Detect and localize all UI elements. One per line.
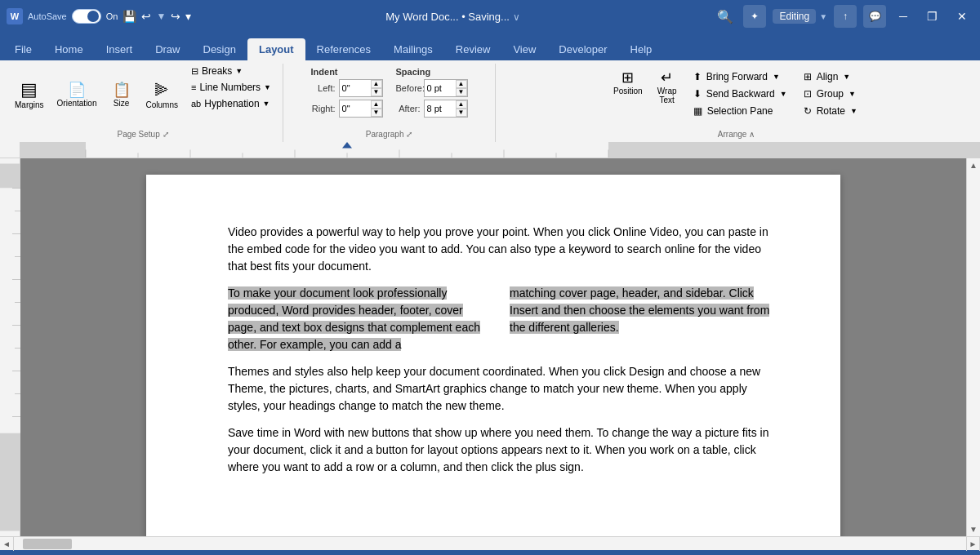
scroll-up-button[interactable]: ▲ — [967, 158, 981, 172]
status-bar: Page 1 of 1 46 of 478 words 292 of 2592 … — [0, 550, 980, 555]
redo-button[interactable]: ↪ — [171, 10, 180, 23]
hyphenation-button[interactable]: ab Hyphenation ▼ — [186, 96, 276, 111]
spacing-before-spinner: ▲ ▼ — [456, 80, 467, 96]
share-button[interactable]: ↑ — [834, 5, 857, 28]
arrange-small-buttons: ⬆ Bring Forward ▼ ⬇ Send Backward ▼ ▦ Se… — [687, 67, 794, 119]
indent-left-down[interactable]: ▼ — [371, 88, 382, 96]
highlight-col-right: matching cover page, header, and sidebar… — [510, 285, 775, 353]
title-dropdown[interactable]: ∨ — [513, 11, 520, 23]
rotate-button[interactable]: ↻ Rotate ▼ — [797, 103, 864, 119]
document-area[interactable]: Video provides a powerful way to help yo… — [20, 158, 966, 536]
tab-mailings[interactable]: Mailings — [382, 38, 444, 60]
tab-developer[interactable]: Developer — [547, 38, 618, 60]
selection-pane-button[interactable]: ▦ Selection Pane — [687, 103, 794, 119]
position-button[interactable]: ⊞ Position — [608, 67, 648, 99]
arrange-small-buttons-2: ⊞ Align ▼ ⊡ Group ▼ ↻ Rotate ▼ — [797, 67, 864, 119]
editing-arrow: ▼ — [819, 12, 827, 21]
rotate-icon: ↻ — [804, 105, 812, 117]
undo-arrow: ▼ — [156, 11, 166, 22]
page-setup-small: ⊟ Breaks ▼ ≡ Line Numbers ▼ ab Hyphenati… — [186, 64, 276, 126]
tab-home[interactable]: Home — [43, 38, 95, 60]
svg-rect-16 — [0, 433, 20, 531]
spacing-before-down[interactable]: ▼ — [456, 88, 467, 96]
wrap-text-button[interactable]: ↵ WrapText — [651, 67, 684, 108]
bring-forward-button[interactable]: ⬆ Bring Forward ▼ — [687, 69, 794, 85]
undo-button[interactable]: ↩ — [141, 10, 151, 23]
tab-draw[interactable]: Draw — [144, 38, 191, 60]
svg-rect-17 — [0, 189, 20, 433]
spacing-group: Spacing Before: ▲ ▼ After: — [396, 67, 468, 118]
indent-right-input-wrap: ▲ ▼ — [339, 100, 383, 118]
send-backward-button[interactable]: ⬇ Send Backward ▼ — [687, 86, 794, 102]
orientation-label: Orientation — [57, 99, 97, 108]
arrange-collapse[interactable]: ∧ — [749, 130, 755, 139]
customize-qat[interactable]: ▾ — [185, 10, 191, 23]
minimize-button[interactable]: ─ — [893, 8, 914, 24]
page-setup-expand[interactable]: ⤢ — [163, 130, 169, 139]
spacing-before-input[interactable] — [425, 80, 456, 96]
breaks-button[interactable]: ⊟ Breaks ▼ — [186, 64, 276, 78]
ruler-container — [0, 142, 980, 158]
tab-help[interactable]: Help — [619, 38, 664, 60]
spacing-after-input[interactable] — [425, 100, 456, 117]
paragraph-2: Themes and styles also help keep your do… — [228, 363, 775, 415]
group-button[interactable]: ⊡ Group ▼ — [797, 86, 864, 102]
search-button[interactable]: 🔍 — [717, 9, 733, 24]
close-button[interactable]: ✕ — [951, 8, 973, 24]
indent-left-up[interactable]: ▲ — [371, 80, 382, 88]
margins-button[interactable]: ▤ Margins — [10, 78, 49, 113]
indent-group: Indent Left: ▲ ▼ Right: — [311, 67, 383, 118]
selection-pane-icon: ▦ — [693, 105, 702, 117]
tab-file[interactable]: File — [3, 38, 43, 60]
spacing-after-down[interactable]: ▼ — [456, 109, 467, 117]
comments-button[interactable]: 💬 — [863, 5, 886, 28]
line-numbers-button[interactable]: ≡ Line Numbers ▼ — [186, 80, 276, 95]
indent-right-up[interactable]: ▲ — [371, 100, 382, 109]
margins-icon: ▤ — [20, 81, 38, 99]
document-title: My Word Doc... • Saving... ∨ — [198, 11, 707, 23]
tab-view[interactable]: View — [501, 38, 547, 60]
wrap-text-icon: ↵ — [661, 70, 673, 85]
indent-left-input[interactable] — [340, 80, 371, 96]
tab-layout[interactable]: Layout — [247, 38, 305, 60]
size-button[interactable]: 📋 Size — [105, 79, 138, 111]
scroll-down-button[interactable]: ▼ — [967, 522, 981, 536]
bring-forward-label: Bring Forward — [706, 71, 768, 82]
copilot-button[interactable]: ✦ — [743, 5, 766, 28]
align-arrow: ▼ — [843, 73, 850, 81]
editing-button[interactable]: Editing ▼ — [773, 9, 827, 24]
indent-right-down[interactable]: ▼ — [371, 109, 382, 117]
indent-right-input[interactable] — [340, 100, 371, 117]
spacing-before-up[interactable]: ▲ — [456, 80, 467, 88]
spacing-after-input-wrap: ▲ ▼ — [424, 100, 468, 118]
tab-review[interactable]: Review — [444, 38, 502, 60]
bring-forward-icon: ⬆ — [693, 71, 702, 82]
spacing-after-up[interactable]: ▲ — [456, 100, 467, 109]
align-button[interactable]: ⊞ Align ▼ — [797, 69, 864, 85]
rotate-label: Rotate — [817, 105, 845, 117]
line-numbers-label: Line Numbers — [199, 82, 261, 93]
tab-design[interactable]: Design — [192, 38, 247, 60]
horizontal-scrollbar: ◄ ► — [0, 536, 980, 550]
autosave-toggle[interactable] — [72, 9, 101, 24]
restore-button[interactable]: ❐ — [920, 8, 944, 24]
columns-button[interactable]: ⫸ Columns — [141, 78, 183, 113]
ribbon-group-paragraph: Indent Left: ▲ ▼ Right: — [283, 64, 496, 142]
tab-insert[interactable]: Insert — [95, 38, 145, 60]
editing-label: Editing — [773, 9, 816, 24]
paragraph-expand[interactable]: ⤢ — [406, 130, 412, 139]
tab-references[interactable]: References — [305, 38, 382, 60]
scroll-right-button[interactable]: ► — [966, 537, 980, 551]
highlight-col-left: To make your document look professionall… — [228, 285, 493, 353]
rotate-arrow: ▼ — [850, 107, 858, 115]
title-bar-left: W AutoSave On 💾 ↩ ▼ ↪ ▾ — [7, 8, 191, 24]
scroll-left-button[interactable]: ◄ — [0, 537, 14, 551]
send-backward-arrow: ▼ — [780, 90, 787, 98]
paragraph-3: Save time in Word with new buttons that … — [228, 424, 775, 476]
scroll-track-h — [14, 537, 966, 550]
scroll-thumb-h[interactable] — [23, 539, 72, 549]
save-icon[interactable]: 💾 — [122, 10, 136, 23]
orientation-icon: 📄 — [68, 82, 86, 97]
autosave-label: AutoSave — [28, 11, 67, 21]
orientation-button[interactable]: 📄 Orientation — [52, 79, 102, 111]
